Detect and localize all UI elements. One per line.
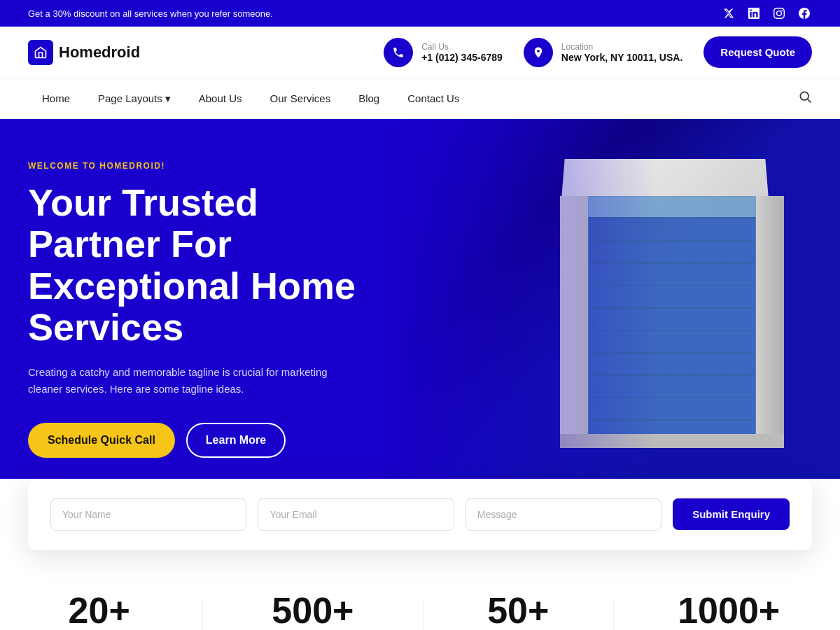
svg-point-0 <box>800 92 808 100</box>
stat-divider-1 <box>202 598 203 630</box>
hero-image <box>378 119 840 514</box>
phone-icon <box>384 38 413 67</box>
location-address: New York, NY 10011, USA. <box>561 52 683 63</box>
hero-buttons: Schedule Quick Call Learn More <box>28 423 364 458</box>
logo-icon <box>28 40 53 65</box>
nav-items: Home Page Layouts ▾ About Us Our Service… <box>28 80 473 118</box>
hero-description: Creating a catchy and memorable tagline … <box>28 364 364 398</box>
nav-contact-us[interactable]: Contact Us <box>393 80 473 117</box>
enquiry-section: Submit Enquiry <box>0 479 840 550</box>
schedule-call-button[interactable]: Schedule Quick Call <box>28 423 175 458</box>
stat-projects-number: 500+ <box>267 592 358 629</box>
nav-home[interactable]: Home <box>28 80 84 117</box>
request-quote-button[interactable]: Request Quote <box>704 36 812 68</box>
hero-badge: WELCOME TO HOMEDROID! <box>28 161 364 171</box>
stat-projects: 500+ Projects Completed <box>267 592 358 630</box>
stat-customers: 1000+ Happy Customers <box>678 592 780 630</box>
hero-building <box>378 119 840 514</box>
location-details: Location New York, NY 10011, USA. <box>561 42 683 63</box>
search-icon[interactable] <box>798 90 812 107</box>
learn-more-button[interactable]: Learn More <box>186 423 286 458</box>
phone-contact: Call Us +1 (012) 345-6789 <box>384 38 503 67</box>
twitter-icon[interactable] <box>721 6 736 21</box>
nav-page-layouts[interactable]: Page Layouts ▾ <box>84 80 185 118</box>
message-input[interactable] <box>465 498 662 531</box>
stat-customers-number: 1000+ <box>678 592 780 629</box>
name-input[interactable] <box>50 498 246 531</box>
nav-blog[interactable]: Blog <box>344 80 393 117</box>
dropdown-arrow-icon: ▾ <box>165 92 171 105</box>
location-contact: Location New York, NY 10011, USA. <box>524 38 683 67</box>
stat-team-number: 50+ <box>487 592 549 629</box>
stat-years: 20+ Years In Industry <box>60 592 139 630</box>
logo[interactable]: Homedroid <box>28 40 140 65</box>
stat-divider-2 <box>423 598 424 630</box>
hero-section: WELCOME TO HOMEDROID! Your Trusted Partn… <box>0 119 840 514</box>
top-banner: Get a 30% discount on all services when … <box>0 0 840 27</box>
nav-about-us[interactable]: About Us <box>185 80 256 117</box>
banner-text: Get a 30% discount on all services when … <box>28 8 273 19</box>
submit-enquiry-button[interactable]: Submit Enquiry <box>673 498 790 530</box>
svg-line-1 <box>808 99 811 103</box>
stat-divider-3 <box>613 598 614 630</box>
stat-years-number: 20+ <box>60 592 139 629</box>
location-label: Location <box>561 42 683 52</box>
hero-content: WELCOME TO HOMEDROID! Your Trusted Partn… <box>0 119 392 514</box>
call-label: Call Us <box>421 42 503 52</box>
social-icons <box>721 6 812 21</box>
header-contact: Call Us +1 (012) 345-6789 Location New Y… <box>384 36 812 68</box>
nav-our-services[interactable]: Our Services <box>255 80 344 117</box>
email-input[interactable] <box>258 498 454 531</box>
stats-section: 20+ Years In Industry 500+ Projects Comp… <box>0 550 840 630</box>
header: Homedroid Call Us +1 (012) 345-6789 Loca… <box>0 27 840 78</box>
enquiry-card: Submit Enquiry <box>28 479 812 550</box>
stat-team: 50+ Expert Team <box>487 592 549 630</box>
phone-details: Call Us +1 (012) 345-6789 <box>421 42 503 63</box>
navbar: Home Page Layouts ▾ About Us Our Service… <box>0 78 840 119</box>
facebook-icon[interactable] <box>797 6 812 21</box>
phone-number: +1 (012) 345-6789 <box>421 52 503 63</box>
location-icon <box>524 38 553 67</box>
linkedin-icon[interactable] <box>746 6 762 21</box>
hero-title: Your Trusted Partner For Exceptional Hom… <box>28 182 364 349</box>
logo-text: Homedroid <box>59 43 140 62</box>
instagram-icon[interactable] <box>771 6 787 21</box>
